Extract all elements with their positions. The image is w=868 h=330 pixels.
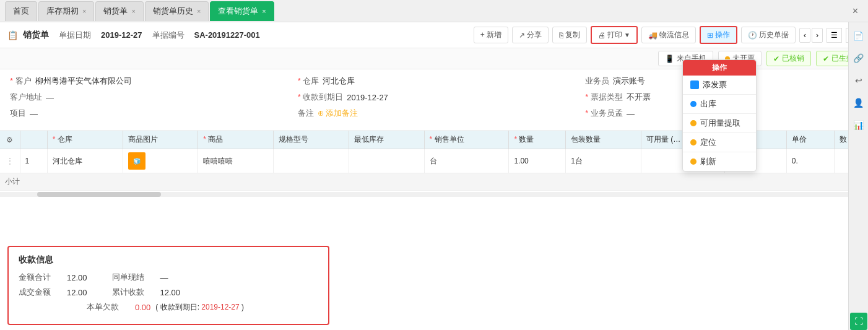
address-field: 客户地址 — xyxy=(10,92,283,103)
same-order-label: 同单现结 xyxy=(112,272,155,283)
project-value: — xyxy=(30,109,38,118)
tab-inventory[interactable]: 库存期初 × xyxy=(38,1,94,21)
th-unit-price: 单价 xyxy=(786,131,834,149)
due-date-field: 收款到期日 2019-12-27 xyxy=(298,92,571,103)
sidebar-expand-icon[interactable]: ⛶ xyxy=(850,313,867,330)
project-label: 项目 xyxy=(10,108,26,119)
doc-date-value: 2019-12-27 xyxy=(101,30,142,40)
nav-buttons: ‹ › xyxy=(799,28,823,43)
logistics-label: 物流信息 xyxy=(659,30,689,40)
row-quantity: 1.00 xyxy=(509,149,566,173)
address-label: 客户地址 xyxy=(10,92,42,103)
prev-button[interactable]: ‹ xyxy=(799,28,810,43)
staff-value: 演示账号 xyxy=(613,76,645,87)
logistics-button[interactable]: 🚚 物流信息 xyxy=(641,27,696,43)
customer-field: 客户 柳州粤港平安气体有限公司 xyxy=(10,76,283,87)
tab-inventory-label: 库存期初 xyxy=(46,6,79,17)
warehouse-field: 仓库 河北仓库 xyxy=(298,76,571,87)
due-date-value: 2019-12-27 xyxy=(347,93,388,102)
same-order-field: 同单现结 — xyxy=(112,272,168,283)
next-button[interactable]: › xyxy=(812,28,823,43)
share-label: 分享 xyxy=(527,30,542,40)
dropdown-add-invoice[interactable]: 添发票 xyxy=(683,76,756,94)
print-icon: 🖨 xyxy=(598,31,605,40)
locate-icon xyxy=(690,139,697,145)
payment-title: 收款信息 xyxy=(19,254,318,266)
th-image: 商品图片 xyxy=(123,131,198,149)
deal-amount-value: 12.00 xyxy=(67,288,87,297)
doc-no-label: 单据编号 xyxy=(152,30,184,41)
dropdown-header: 操作 xyxy=(683,60,756,76)
dropdown-refresh[interactable]: 刷新 xyxy=(683,152,756,171)
tab-sales-history[interactable]: 销货单历史 × xyxy=(145,1,209,21)
global-close-button[interactable]: × xyxy=(848,6,863,17)
history-button[interactable]: 🕐 历史单据 xyxy=(741,27,796,43)
order-debt-note: ( 收款到期日: 2019-12-27 ) xyxy=(155,302,244,313)
customer-label: 客户 xyxy=(10,76,32,87)
sidebar-chart-icon[interactable]: 📊 xyxy=(850,116,867,134)
sidebar-doc-icon[interactable]: 📄 xyxy=(850,27,867,45)
right-sidebar: 📄 🔗 ↩ 👤 📊 ⛶ xyxy=(848,22,868,330)
add-note-label: 添加备注 xyxy=(326,108,358,118)
tab-bar: 首页 库存期初 × 销货单 × 销货单历史 × 查看销货单 × × xyxy=(0,0,868,22)
print-button[interactable]: 🖨 打印 ▼ xyxy=(591,26,638,44)
add-note-button[interactable]: ⊕ 添加备注 xyxy=(318,108,358,119)
deal-amount-label: 成交金额 xyxy=(19,287,62,298)
payment-row-1: 金额合计 12.00 同单现结 — xyxy=(19,272,318,283)
copy-icon: ⎘ xyxy=(559,31,563,40)
tab-home[interactable]: 首页 xyxy=(5,1,37,21)
dropdown-locate[interactable]: 定位 xyxy=(683,133,756,152)
row-spec xyxy=(274,149,349,173)
th-spec: 规格型号 xyxy=(274,131,349,149)
subtotal-row: 小计 xyxy=(0,173,868,191)
th-product: * 商品 xyxy=(198,131,274,149)
row-action-icon: ⋮ xyxy=(6,157,14,165)
list-view-button[interactable]: ☰ xyxy=(827,28,842,43)
sidebar-user-icon[interactable]: 👤 xyxy=(850,94,867,111)
payment-row-2: 成交金额 12.00 累计收款 12.00 xyxy=(19,287,318,298)
subtotal-label: 小计 xyxy=(0,173,868,191)
th-settings[interactable]: ⚙ xyxy=(0,131,20,149)
tab-inventory-close[interactable]: × xyxy=(82,7,86,15)
dropdown-available-extract[interactable]: 可用量提取 xyxy=(683,114,756,132)
dropdown-outbound[interactable]: 出库 xyxy=(683,95,756,113)
staff-label: 业务员 xyxy=(585,76,609,87)
row-min-stock xyxy=(349,149,424,173)
row-pack-qty: 1台 xyxy=(566,149,641,173)
add-note-icon: ⊕ xyxy=(318,108,324,118)
sidebar-link-icon[interactable]: 🔗 xyxy=(850,50,867,67)
operate-button[interactable]: ⊞ 操作 xyxy=(700,26,737,44)
row-image: 🧊 xyxy=(123,149,198,173)
verified-button[interactable]: ✔ 已核销 xyxy=(766,51,811,66)
project-field: 项目 — xyxy=(10,108,283,119)
outbound-label: 出库 xyxy=(700,98,716,110)
row-warehouse: 河北仓库 xyxy=(47,149,123,173)
tab-view-sales-close[interactable]: × xyxy=(262,7,266,15)
product-thumbnail: 🧊 xyxy=(128,152,145,170)
total-amount-label: 金额合计 xyxy=(19,272,62,283)
copy-label: 复制 xyxy=(565,30,580,40)
share-button[interactable]: ↗ 分享 xyxy=(512,27,549,43)
address-value: — xyxy=(46,93,54,102)
tab-sales-close[interactable]: × xyxy=(131,7,135,15)
copy-button[interactable]: ⎘ 复制 xyxy=(552,27,587,43)
row-action[interactable]: ⋮ xyxy=(0,149,20,173)
tab-sales[interactable]: 销货单 × xyxy=(95,1,143,21)
tab-view-sales-label: 查看销货单 xyxy=(218,6,258,17)
salesman-value: — xyxy=(627,109,635,118)
doc-no-value: SA-20191227-001 xyxy=(194,30,260,40)
sidebar-return-icon[interactable]: ↩ xyxy=(850,72,867,89)
customer-value: 柳州粤港平安气体有限公司 xyxy=(35,76,132,87)
debt-due-date: 2019-12-27 xyxy=(201,303,239,311)
verified-icon: ✔ xyxy=(773,54,779,63)
new-button[interactable]: + 新增 xyxy=(474,27,508,43)
due-date-label: 收款到期日 xyxy=(298,92,344,103)
note-field: 备注 ⊕ 添加备注 xyxy=(298,108,571,119)
cumulative-payment-field: 累计收款 12.00 xyxy=(112,287,181,298)
locate-label: 定位 xyxy=(700,137,716,148)
row-index: 1 xyxy=(20,149,47,173)
settings-icon[interactable]: ⚙ xyxy=(6,136,13,144)
tab-view-sales[interactable]: 查看销货单 × xyxy=(210,1,274,21)
doc-meta: 单据日期 2019-12-27 单据编号 SA-20191227-001 xyxy=(59,30,260,41)
tab-sales-history-close[interactable]: × xyxy=(197,7,201,15)
